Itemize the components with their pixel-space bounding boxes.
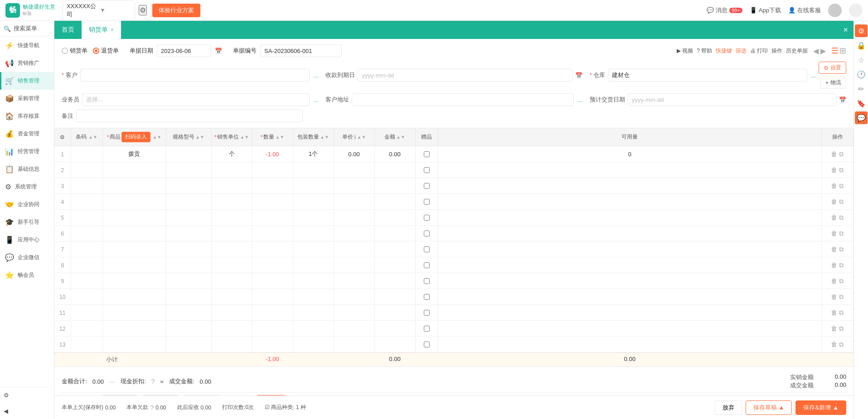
goods-type-indicator[interactable]: ☑ 商品种类: 1 种 xyxy=(265,404,306,411)
sidebar-item-7[interactable]: 📋基础信息 xyxy=(0,160,54,178)
row-copy-icon-8[interactable]: ⧉ xyxy=(839,277,844,285)
grid-view-btn[interactable]: ⊞ xyxy=(839,46,846,56)
row-product-4[interactable] xyxy=(102,210,166,226)
row-amount-2[interactable] xyxy=(374,178,415,194)
row-unit-3[interactable] xyxy=(211,194,252,210)
row-price-8[interactable] xyxy=(334,273,374,289)
row-price-11[interactable] xyxy=(334,321,374,337)
salesperson-dots[interactable]: ... xyxy=(313,96,318,103)
row-delete-icon-8[interactable]: 🗑 xyxy=(831,277,837,284)
row-price-1[interactable] xyxy=(334,162,374,178)
amount-sort-icon[interactable]: ▲▼ xyxy=(396,135,405,140)
row-pkg-qty-9[interactable] xyxy=(293,289,334,305)
tab-sale-order[interactable]: 销货单 × xyxy=(82,21,121,39)
customer-addr-dots[interactable]: ... xyxy=(577,96,582,103)
radio-return[interactable]: 退货单 xyxy=(93,47,119,55)
expected-date-calendar-icon[interactable]: 📅 xyxy=(839,96,846,103)
remark-input[interactable] xyxy=(76,110,303,122)
row-barcode-1[interactable] xyxy=(71,162,102,178)
row-qty-3[interactable] xyxy=(252,194,293,210)
calendar-icon[interactable]: 📅 xyxy=(215,48,222,54)
save-new-button[interactable]: 保存&新增 ▲ xyxy=(795,400,846,415)
row-price-9[interactable] xyxy=(334,289,374,305)
row-spec-5[interactable] xyxy=(166,226,211,241)
window-close-button[interactable]: × xyxy=(843,25,848,35)
row-qty-12[interactable] xyxy=(252,337,293,352)
row-pkg-qty-4[interactable] xyxy=(293,210,334,226)
row-qty-5[interactable] xyxy=(252,226,293,241)
row-delete-icon-6[interactable]: 🗑 xyxy=(831,246,837,253)
right-btn-bookmark[interactable]: 🔖 xyxy=(855,97,868,110)
row-amount-5[interactable] xyxy=(374,226,415,241)
row-amount-10[interactable] xyxy=(374,305,415,321)
row-copy-icon-4[interactable]: ⧉ xyxy=(839,214,844,222)
row-price-5[interactable] xyxy=(334,226,374,241)
row-gift-7[interactable] xyxy=(415,257,438,273)
filter-btn[interactable]: 筛选 xyxy=(736,47,747,55)
row-price-12[interactable] xyxy=(334,337,374,352)
row-gift-0[interactable] xyxy=(415,146,438,162)
row-pkg-qty-7[interactable] xyxy=(293,257,334,273)
row-unit-1[interactable] xyxy=(211,162,252,178)
trial-button[interactable]: 体验行业方案 xyxy=(152,4,200,17)
row-qty-8[interactable] xyxy=(252,273,293,289)
row-qty-9[interactable] xyxy=(252,289,293,305)
nav-left-icon[interactable]: ◀ xyxy=(813,47,819,55)
row-unit-5[interactable] xyxy=(211,226,252,241)
right-btn-star[interactable]: ☆ xyxy=(855,53,868,66)
row-amount-0[interactable]: 0.00 xyxy=(374,146,415,162)
avatar-extra[interactable] xyxy=(849,4,863,17)
row-amount-8[interactable] xyxy=(374,273,415,289)
row-barcode-4[interactable] xyxy=(71,210,102,226)
right-btn-chat[interactable]: 💬 xyxy=(855,111,868,124)
row-unit-8[interactable] xyxy=(211,273,252,289)
row-copy-icon-9[interactable]: ⧉ xyxy=(839,293,844,301)
row-barcode-7[interactable] xyxy=(71,257,102,273)
spec-sort-icon[interactable]: ▲▼ xyxy=(195,135,204,140)
row-qty-6[interactable] xyxy=(252,241,293,257)
row-barcode-3[interactable] xyxy=(71,194,102,210)
row-product-5[interactable] xyxy=(102,226,166,241)
row-unit-2[interactable] xyxy=(211,178,252,194)
row-copy-icon-11[interactable]: ⧉ xyxy=(839,325,844,332)
sidebar-item-13[interactable]: ⭐畅会员 xyxy=(0,266,54,284)
row-price-10[interactable] xyxy=(334,305,374,321)
row-copy-icon-7[interactable]: ⧉ xyxy=(839,261,844,269)
due-date-calendar-icon[interactable]: 📅 xyxy=(575,72,582,79)
tab-close-icon[interactable]: × xyxy=(111,27,114,33)
row-delete-icon-0[interactable]: 🗑 xyxy=(831,150,837,158)
shortcut-btn[interactable]: 快捷键 xyxy=(716,47,732,55)
radio-sale[interactable]: 销货单 xyxy=(62,47,87,55)
sidebar-gear[interactable]: ⚙ xyxy=(0,387,54,403)
customer-dots[interactable]: ... xyxy=(313,72,318,79)
scan-button[interactable]: 扫码录入 xyxy=(121,132,150,142)
row-price-4[interactable] xyxy=(334,210,374,226)
row-amount-12[interactable] xyxy=(374,337,415,352)
tab-home[interactable]: 首页 xyxy=(54,21,82,39)
row-gift-5[interactable] xyxy=(415,226,438,241)
expected-date-input[interactable]: yyyy-mm-dd xyxy=(628,93,836,106)
row-pkg-qty-1[interactable] xyxy=(293,162,334,178)
row-unit-7[interactable] xyxy=(211,257,252,273)
discard-button[interactable]: 放弃 xyxy=(715,400,742,415)
warehouse-input[interactable]: 建材仓 xyxy=(608,69,807,82)
row-amount-11[interactable] xyxy=(374,321,415,337)
row-unit-9[interactable] xyxy=(211,289,252,305)
row-delete-icon-5[interactable]: 🗑 xyxy=(831,230,837,237)
avatar[interactable] xyxy=(828,4,842,17)
settings-gear-button[interactable]: ⚙ xyxy=(139,5,147,15)
row-price-0[interactable]: 0.00 xyxy=(334,146,374,162)
sidebar-item-4[interactable]: 🏠库存核算 xyxy=(0,107,54,125)
row-pkg-qty-3[interactable] xyxy=(293,194,334,210)
row-product-11[interactable] xyxy=(102,321,166,337)
message-button[interactable]: 💬 消息 99+ xyxy=(707,6,742,14)
qty-sort-icon[interactable]: ▲▼ xyxy=(275,135,284,140)
total-owe-help-icon[interactable]: ? xyxy=(150,404,154,411)
row-copy-icon-0[interactable]: ⧉ xyxy=(839,150,844,158)
row-product-2[interactable] xyxy=(102,178,166,194)
barcode-sort-icon[interactable]: ▲▼ xyxy=(88,135,97,140)
row-amount-1[interactable] xyxy=(374,162,415,178)
price-sort-icon[interactable]: ▲▼ xyxy=(357,135,366,140)
pkg-sort-icon[interactable]: ▲▼ xyxy=(320,135,329,140)
row-delete-icon-3[interactable]: 🗑 xyxy=(831,198,837,205)
